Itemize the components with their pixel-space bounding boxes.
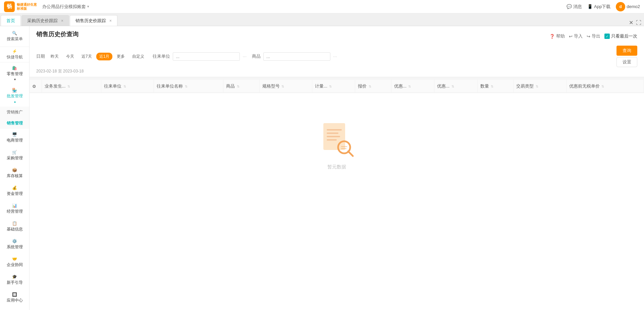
wholesale-label: 批发管理 bbox=[7, 93, 23, 99]
partner-filter-group: 往来单位 ··· bbox=[153, 52, 247, 61]
partner-input-dots: ··· bbox=[243, 54, 247, 59]
sort-partner-code-icon: ⇅ bbox=[123, 85, 126, 88]
sidebar-item-purchase[interactable]: 🛒 采购管理 bbox=[0, 147, 29, 164]
partner-input[interactable] bbox=[173, 52, 240, 61]
export-btn[interactable]: ↪ 导出 bbox=[587, 33, 600, 39]
basics-label: 基础信息 bbox=[7, 226, 23, 232]
sidebar-item-marketing[interactable]: 营销推广 bbox=[0, 107, 29, 118]
page-header: 销售历史价查询 ❓ 帮助 ↩ 导入 ↪ 导出 ✓ bbox=[30, 26, 644, 77]
sidebar-item-quicknav[interactable]: ⚡ 快捷导航 bbox=[0, 47, 29, 62]
operations-icon: 📊 bbox=[12, 203, 17, 208]
help-btn[interactable]: ❓ 帮助 bbox=[549, 33, 565, 39]
sort-trade-type-icon: ⇅ bbox=[536, 85, 538, 88]
th-partner-name[interactable]: 往来单位名称 ⇅ bbox=[154, 80, 223, 93]
account-dropdown[interactable]: 办公用品行业模拟账套 ▾ bbox=[42, 4, 567, 10]
account-name: 办公用品行业模拟账套 bbox=[42, 4, 86, 10]
th-pre-tax-price[interactable]: 优惠前无税单价 ⇅ bbox=[566, 80, 644, 93]
import-btn[interactable]: ↩ 导入 bbox=[569, 33, 583, 39]
settings-button[interactable]: 设置 bbox=[616, 57, 637, 67]
close-all-tabs-icon[interactable]: ✕ bbox=[629, 19, 633, 26]
th-biz-date[interactable]: 业务发生... ⇅ bbox=[42, 80, 101, 93]
date-btn-custom[interactable]: 自定义 bbox=[129, 53, 147, 60]
import-icon: ↩ bbox=[569, 34, 573, 39]
empty-illustration bbox=[317, 120, 357, 160]
only-last-checkbox[interactable]: ✓ bbox=[604, 34, 610, 39]
tab-home[interactable]: 首页 bbox=[1, 15, 21, 26]
th-spec[interactable]: 规格型号 ⇅ bbox=[259, 80, 312, 93]
th-unit[interactable]: 计量... ⇅ bbox=[312, 80, 355, 93]
sidebar-item-basics[interactable]: 📋 基础信息 bbox=[0, 218, 29, 236]
date-btn-7days[interactable]: 近7天 bbox=[78, 53, 95, 60]
search-icon: 🔍 bbox=[12, 31, 17, 36]
th-product[interactable]: 商品 ⇅ bbox=[223, 80, 260, 93]
product-filter-label: 商品 bbox=[252, 53, 261, 59]
sidebar-item-appstore[interactable]: 🔲 应用中心 bbox=[0, 289, 29, 307]
main-layout: 🔍 搜索菜单 ⚡ 快捷导航 🛍️ 零售管理 ▾ 🏪 批发管理 ▴ 营销推广 销售… bbox=[0, 26, 644, 310]
th-quote[interactable]: 报价 ⇅ bbox=[355, 80, 391, 93]
sidebar-item-retail[interactable]: 🛍️ 零售管理 ▾ bbox=[0, 62, 29, 85]
svg-rect-3 bbox=[327, 136, 340, 137]
sidebar-item-guide[interactable]: 🎓 新手引导 bbox=[0, 271, 29, 289]
sort-biz-date-icon: ⇅ bbox=[67, 85, 70, 88]
svg-line-6 bbox=[348, 151, 353, 156]
chevron-down-icon: ▾ bbox=[87, 4, 89, 9]
sidebar-item-wholesale[interactable]: 🏪 批发管理 ▴ bbox=[0, 85, 29, 107]
wholesale-icon: 🏪 bbox=[12, 88, 17, 93]
th-discount2[interactable]: 优惠... ⇅ bbox=[434, 80, 477, 93]
close-sales-tab-icon[interactable]: × bbox=[109, 18, 112, 23]
sidebar-item-cooperation[interactable]: 🤝 企业协同 bbox=[0, 253, 29, 271]
topbar: 畅 畅捷通好生意 标准版 办公用品行业模拟账套 ▾ 💬 消息 📱 App下载 d… bbox=[0, 0, 644, 13]
th-partner-code[interactable]: 往来单位 ⇅ bbox=[101, 80, 154, 93]
export-label: 导出 bbox=[592, 33, 600, 39]
sidebar-item-system[interactable]: ⚙️ 系统管理 bbox=[0, 236, 29, 253]
tab-sales-history[interactable]: 销售历史价跟踪 × bbox=[70, 15, 117, 26]
tab-purchase-history[interactable]: 采购历史价跟踪 × bbox=[21, 15, 69, 26]
sort-unit-icon: ⇅ bbox=[329, 85, 332, 88]
sidebar-item-ecommerce[interactable]: 🖥️ 电商管理 bbox=[0, 129, 29, 147]
th-gear[interactable]: ⚙ bbox=[30, 80, 42, 93]
finance-label: 资金管理 bbox=[7, 191, 23, 197]
user-avatar-btn[interactable]: d demo2 bbox=[616, 2, 640, 11]
sidebar-item-finance[interactable]: 💰 资金管理 bbox=[0, 182, 29, 200]
ecommerce-icon: 🖥️ bbox=[12, 132, 17, 137]
username-label: demo2 bbox=[627, 4, 640, 9]
search-menu-btn[interactable]: 🔍 搜索菜单 bbox=[2, 29, 27, 44]
only-last-label: 只看最后一次 bbox=[611, 33, 637, 39]
date-btn-yesterday[interactable]: 昨天 bbox=[48, 53, 62, 60]
sort-quantity-icon: ⇅ bbox=[491, 85, 493, 88]
app-download-label: App下载 bbox=[594, 4, 610, 10]
guide-label: 新手引导 bbox=[7, 280, 23, 286]
empty-state: 暂元数据 bbox=[30, 93, 644, 197]
sort-pre-tax-price-icon: ⇅ bbox=[601, 85, 604, 88]
close-purchase-tab-icon[interactable]: × bbox=[61, 18, 63, 23]
date-btn-more[interactable]: 更多 bbox=[114, 53, 128, 60]
system-icon: ⚙️ bbox=[12, 239, 17, 244]
app-download-btn[interactable]: 📱 App下载 bbox=[587, 4, 610, 10]
sort-spec-icon: ⇅ bbox=[281, 85, 284, 88]
sidebar-item-wechat[interactable]: 💬 企业微信 bbox=[0, 307, 29, 310]
help-icon: ❓ bbox=[549, 34, 555, 39]
message-btn[interactable]: 💬 消息 bbox=[567, 4, 582, 10]
content-area: 销售历史价查询 ❓ 帮助 ↩ 导入 ↪ 导出 ✓ bbox=[30, 26, 644, 310]
product-input[interactable] bbox=[263, 52, 330, 61]
topbar-right: 💬 消息 📱 App下载 d demo2 bbox=[567, 2, 640, 11]
date-btn-1month[interactable]: 近1月 bbox=[96, 53, 113, 60]
only-last-checkbox-label[interactable]: ✓ 只看最后一次 bbox=[604, 33, 637, 39]
retail-icon: 🛍️ bbox=[12, 66, 17, 70]
th-trade-type[interactable]: 交易类型 ⇅ bbox=[514, 80, 566, 93]
date-btn-today[interactable]: 今天 bbox=[63, 53, 77, 60]
cooperation-label: 企业协同 bbox=[7, 262, 23, 268]
maximize-icon[interactable]: ⛶ bbox=[636, 20, 641, 26]
th-quantity[interactable]: 数量 ⇅ bbox=[477, 80, 514, 93]
product-input-dots: ··· bbox=[333, 54, 337, 59]
table-body: 暂元数据 bbox=[30, 93, 644, 197]
tab-home-label: 首页 bbox=[6, 18, 15, 24]
svg-rect-2 bbox=[327, 133, 338, 134]
sidebar-item-sales-mgmt[interactable]: 销售管理 bbox=[0, 118, 29, 129]
th-discount1[interactable]: 优惠... ⇅ bbox=[391, 80, 434, 93]
header-actions: ❓ 帮助 ↩ 导入 ↪ 导出 ✓ 只看最后一次 bbox=[549, 33, 637, 39]
sidebar-item-operations[interactable]: 📊 经营管理 bbox=[0, 200, 29, 218]
date-filter-label: 日期 bbox=[36, 53, 45, 59]
query-button[interactable]: 查询 bbox=[616, 46, 637, 56]
sidebar-item-inventory[interactable]: 📦 库存核算 bbox=[0, 164, 29, 182]
